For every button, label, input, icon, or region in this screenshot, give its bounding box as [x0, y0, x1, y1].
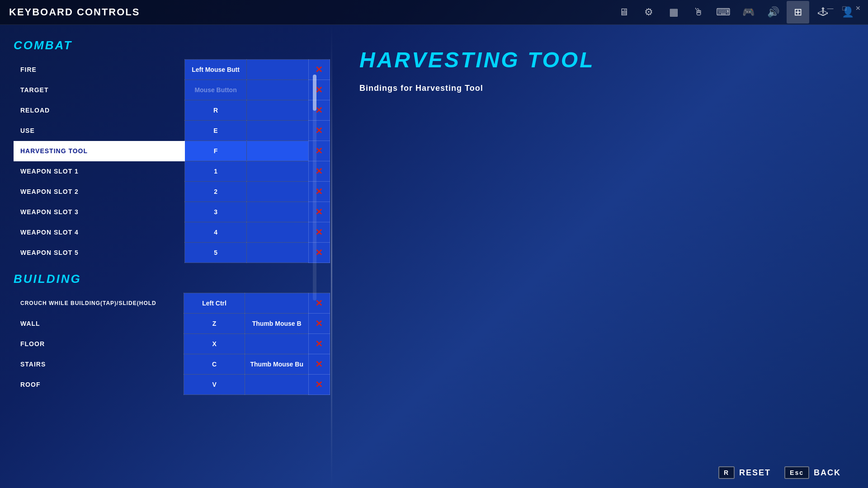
stairs-delete-icon[interactable]: ✕ — [315, 360, 323, 369]
floor-key2[interactable] — [245, 334, 308, 354]
weapon-slot-5-delete[interactable]: ✕ — [308, 243, 330, 263]
weapon-slot-2-delete[interactable]: ✕ — [308, 182, 330, 202]
gear-icon[interactable]: ⚙ — [637, 1, 660, 23]
scroll-thumb[interactable] — [313, 75, 316, 111]
mouse-icon[interactable]: 🖱 — [687, 1, 710, 23]
wall-row[interactable]: WALL Z Thumb Mouse B ✕ — [14, 314, 330, 334]
weapon-slot-1-key2[interactable] — [246, 161, 308, 182]
floor-key1[interactable]: X — [184, 334, 245, 354]
weapon-slot-1-action: WEAPON SLOT 1 — [14, 161, 185, 182]
weapon-slot-2-row[interactable]: WEAPON SLOT 2 2 ✕ — [14, 182, 330, 202]
fire-row[interactable]: FIRE Left Mouse Butt ✕ — [14, 60, 330, 80]
roof-delete-icon[interactable]: ✕ — [315, 380, 323, 389]
weapon-slot-1-key1[interactable]: 1 — [185, 161, 247, 182]
combat-bindings-table: FIRE Left Mouse Butt ✕ TARGET Mouse Butt… — [14, 59, 330, 263]
weapon-slot-2-action: WEAPON SLOT 2 — [14, 182, 185, 202]
harvesting-tool-key2[interactable] — [246, 141, 308, 161]
fire-key1[interactable]: Left Mouse Butt — [185, 60, 247, 80]
stairs-delete[interactable]: ✕ — [308, 354, 330, 375]
floor-delete-icon[interactable]: ✕ — [315, 339, 323, 348]
weapon-slot-1-row[interactable]: WEAPON SLOT 1 1 ✕ — [14, 161, 330, 182]
reset-label: RESET — [739, 468, 771, 478]
fire-delete-icon[interactable]: ✕ — [315, 65, 323, 74]
stairs-row[interactable]: STAIRS C Thumb Mouse Bu ✕ — [14, 354, 330, 375]
roof-delete[interactable]: ✕ — [308, 375, 330, 395]
reload-action: RELOAD — [14, 100, 185, 121]
target-key2[interactable] — [246, 80, 308, 100]
stairs-key2[interactable]: Thumb Mouse Bu — [245, 354, 308, 375]
weapon-slot-3-row[interactable]: WEAPON SLOT 3 3 ✕ — [14, 202, 330, 222]
wall-key1[interactable]: Z — [184, 314, 245, 334]
title-bar: KEYBOARD CONTROLS 🖥 ⚙ ▦ 🖱 ⌨ 🎮 🔊 ⊞ 🕹 👤 — … — [0, 0, 868, 25]
target-action: TARGET — [14, 80, 185, 100]
weapon-slot-5-row[interactable]: WEAPON SLOT 5 5 ✕ — [14, 243, 330, 263]
controller2-icon[interactable]: 🎮 — [737, 1, 760, 23]
use-key1[interactable]: E — [185, 121, 247, 141]
fire-key2[interactable] — [246, 60, 308, 80]
crouch-building-key2[interactable] — [245, 293, 308, 314]
harvesting-tool-key1[interactable]: F — [185, 141, 247, 161]
roof-row[interactable]: ROOF V ✕ — [14, 375, 330, 395]
target-key1[interactable]: Mouse Button — [185, 80, 247, 100]
roof-key1[interactable]: V — [184, 375, 245, 395]
roof-key2[interactable] — [245, 375, 308, 395]
left-panel: COMBAT FIRE Left Mouse Butt ✕ TARGET Mou… — [0, 25, 332, 488]
crouch-building-action: CROUCH WHILE BUILDING(TAP)/SLIDE(HOLD — [14, 293, 184, 314]
reload-delete[interactable]: ✕ — [308, 100, 330, 121]
weapon-slot-2-key2[interactable] — [246, 182, 308, 202]
weapon-slot-4-key1[interactable]: 4 — [185, 222, 247, 243]
crouch-building-delete-icon[interactable]: ✕ — [315, 299, 323, 308]
wall-delete-icon[interactable]: ✕ — [315, 319, 323, 328]
weapon-slot-3-delete[interactable]: ✕ — [308, 202, 330, 222]
right-panel: HARVESTING TOOL Bindings for Harvesting … — [332, 25, 868, 488]
harvesting-tool-row[interactable]: HARVESTING TOOL F ✕ — [14, 141, 330, 161]
weapon-slot-3-key1[interactable]: 3 — [185, 202, 247, 222]
weapon-slot-3-key2[interactable] — [246, 202, 308, 222]
target-delete[interactable]: ✕ — [308, 80, 330, 100]
reload-row[interactable]: RELOAD R ✕ — [14, 100, 330, 121]
scrollbar[interactable] — [313, 75, 316, 300]
stairs-key1[interactable]: C — [184, 354, 245, 375]
target-row[interactable]: TARGET Mouse Button ✕ — [14, 80, 330, 100]
weapon-slot-5-key2[interactable] — [246, 243, 308, 263]
building-bindings-table: CROUCH WHILE BUILDING(TAP)/SLIDE(HOLD Le… — [14, 293, 330, 395]
use-row[interactable]: USE E ✕ — [14, 121, 330, 141]
wall-delete[interactable]: ✕ — [308, 314, 330, 334]
crouch-building-row[interactable]: CROUCH WHILE BUILDING(TAP)/SLIDE(HOLD Le… — [14, 293, 330, 314]
main-layout: COMBAT FIRE Left Mouse Butt ✕ TARGET Mou… — [0, 25, 868, 488]
panel-divider — [331, 25, 332, 488]
use-key2[interactable] — [246, 121, 308, 141]
floor-action: FLOOR — [14, 334, 184, 354]
use-delete[interactable]: ✕ — [308, 121, 330, 141]
weapon-slot-1-delete[interactable]: ✕ — [308, 161, 330, 182]
weapon-slot-4-delete[interactable]: ✕ — [308, 222, 330, 243]
detail-title: HARVESTING TOOL — [359, 47, 841, 72]
window-controls: — □ ✕ — [825, 4, 863, 13]
minimize-button[interactable]: — — [825, 4, 836, 13]
keyboard-icon[interactable]: ⌨ — [712, 1, 735, 23]
reload-key2[interactable] — [246, 100, 308, 121]
monitor-icon[interactable]: 🖥 — [613, 1, 635, 23]
reset-button[interactable]: R RESET — [718, 466, 771, 479]
weapon-slot-5-key1[interactable]: 5 — [185, 243, 247, 263]
weapon-slot-4-key2[interactable] — [246, 222, 308, 243]
weapon-slot-4-row[interactable]: WEAPON SLOT 4 4 ✕ — [14, 222, 330, 243]
fire-delete[interactable]: ✕ — [308, 60, 330, 80]
harvesting-tool-delete[interactable]: ✕ — [308, 141, 330, 161]
floor-row[interactable]: FLOOR X ✕ — [14, 334, 330, 354]
audio-icon[interactable]: 🔊 — [762, 1, 784, 23]
keybind-icon[interactable]: ⊞ — [787, 1, 809, 23]
back-button[interactable]: Esc BACK — [784, 466, 841, 479]
page-title: KEYBOARD CONTROLS — [9, 6, 140, 18]
close-button[interactable]: ✕ — [853, 4, 863, 13]
bottom-bar: R RESET Esc BACK — [718, 466, 841, 479]
roof-action: ROOF — [14, 375, 184, 395]
layout-icon[interactable]: ▦ — [662, 1, 685, 23]
maximize-button[interactable]: □ — [840, 4, 849, 13]
crouch-building-key1[interactable]: Left Ctrl — [184, 293, 245, 314]
weapon-slot-2-key1[interactable]: 2 — [185, 182, 247, 202]
reload-key1[interactable]: R — [185, 100, 247, 121]
crouch-building-delete[interactable]: ✕ — [308, 293, 330, 314]
floor-delete[interactable]: ✕ — [308, 334, 330, 354]
wall-key2[interactable]: Thumb Mouse B — [245, 314, 308, 334]
